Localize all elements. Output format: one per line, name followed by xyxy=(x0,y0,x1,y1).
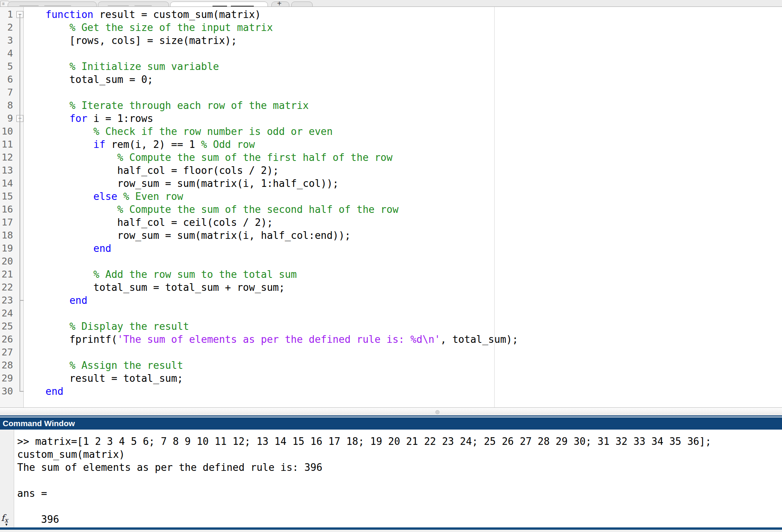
code-line: end xyxy=(45,242,782,255)
clipped-tab-text xyxy=(231,6,254,6)
code-line: % Compute the sum of the first half of t… xyxy=(45,151,782,164)
fx-icon: fx xyxy=(1,513,8,523)
code-line xyxy=(45,47,782,60)
command-window-gutter: fx ▾ xyxy=(0,430,14,527)
code-line: % Iterate through each row of the matrix xyxy=(45,99,782,112)
code-line: % Initialize sum variable xyxy=(45,60,782,73)
code-line: row_sum = sum(matrix(i, 1:half_col)); xyxy=(45,177,782,190)
code-line: % Compute the sum of the second half of … xyxy=(45,203,782,216)
document-tab[interactable] xyxy=(98,2,169,7)
document-tab-active[interactable] xyxy=(170,2,268,7)
code-line: [rows, cols] = size(matrix); xyxy=(45,34,782,47)
code-line: for i = 1:rows xyxy=(45,112,782,125)
code-line: fprintf('The sum of elements as per the … xyxy=(45,333,782,346)
code-text-area[interactable]: function result = custom_sum(matrix) % G… xyxy=(24,7,782,407)
panel-splitter[interactable] xyxy=(0,407,782,415)
code-editor-pane: 1 2 3 4 5 6 7 8 9 10 11 12 13 14 15 16 1… xyxy=(0,7,782,407)
command-window-text: >> matrix=[1 2 3 4 5 6; 7 8 9 10 11 12; … xyxy=(14,430,711,526)
code-line: % Display the result xyxy=(45,320,782,333)
fx-button[interactable]: fx ▾ xyxy=(1,513,13,526)
document-tab[interactable] xyxy=(291,2,313,7)
fold-scope-line xyxy=(19,15,20,391)
matlab-ide-window: ≡ + 1 2 3 4 5 6 7 8 9 10 11 12 13 14 15 … xyxy=(0,0,782,532)
command-window-titlebar: Command Window xyxy=(0,417,782,430)
code-line xyxy=(45,346,782,359)
code-line: total_sum = total_sum + row_sum; xyxy=(45,281,782,294)
line-numbers: 1 2 3 4 5 6 7 8 9 10 11 12 13 14 15 16 1… xyxy=(0,8,13,398)
code-line: end xyxy=(45,294,782,307)
code-line: result = total_sum; xyxy=(45,372,782,385)
command-window-body[interactable]: fx ▾ >> matrix=[1 2 3 4 5 6; 7 8 9 10 11… xyxy=(0,430,782,527)
code-line: end xyxy=(45,385,782,398)
command-window-title: Command Window xyxy=(3,419,75,428)
code-line: % Add the row sum to the total sum xyxy=(45,268,782,281)
code-line xyxy=(45,255,782,268)
document-tab-bar: ≡ + xyxy=(0,0,782,7)
line-number-gutter: 1 2 3 4 5 6 7 8 9 10 11 12 13 14 15 16 1… xyxy=(0,7,24,407)
splitter-handle-icon xyxy=(435,410,440,414)
clipped-tab-text xyxy=(19,5,39,6)
clipped-tab-text xyxy=(213,6,227,6)
code-line xyxy=(45,86,782,99)
code-line: half_col = floor(cols / 2); xyxy=(45,164,782,177)
code-line: % Get the size of the input matrix xyxy=(45,21,782,34)
plus-icon: + xyxy=(277,0,282,7)
code-line: if rem(i, 2) == 1 % Odd row xyxy=(45,138,782,151)
code-line xyxy=(45,307,782,320)
clipped-tab-text xyxy=(135,5,152,6)
code-line: % Check if the row number is odd or even xyxy=(45,125,782,138)
code-line: function result = custom_sum(matrix) xyxy=(45,8,782,21)
code-line: total_sum = 0; xyxy=(45,73,782,86)
bottom-edge-strip xyxy=(0,530,782,532)
code-line: % Assign the result xyxy=(45,359,782,372)
code-line: row_sum = sum(matrix(i, half_col:end)); xyxy=(45,229,782,242)
code-line: else % Even row xyxy=(45,190,782,203)
code-line: half_col = ceil(cols / 2); xyxy=(45,216,782,229)
clipped-tab-text xyxy=(44,5,71,6)
clipped-tab-text xyxy=(108,5,129,6)
new-tab-button[interactable]: + xyxy=(271,2,289,7)
chevron-down-icon: ▾ xyxy=(5,522,8,527)
document-tab[interactable] xyxy=(8,2,97,7)
